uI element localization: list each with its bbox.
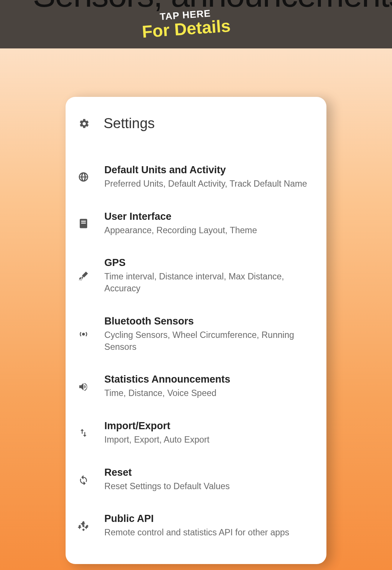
- import-export-icon: [77, 428, 90, 438]
- tap-here-overlay[interactable]: TAP HERE For Details: [141, 6, 231, 42]
- item-subtitle: Import, Export, Auto Export: [104, 434, 315, 446]
- sensor-icon: [77, 329, 90, 340]
- settings-item-public-api[interactable]: Public API Remote control and statistics…: [77, 503, 315, 549]
- gear-icon: [78, 118, 91, 129]
- item-subtitle: Reset Settings to Default Values: [104, 481, 315, 493]
- settings-header: Settings: [77, 115, 315, 132]
- item-title: GPS: [104, 257, 315, 269]
- item-title: Reset: [104, 467, 315, 478]
- settings-card: Settings Default Units and Activity Pref…: [66, 97, 326, 564]
- settings-item-default-units[interactable]: Default Units and Activity Preferred Uni…: [77, 154, 315, 200]
- svg-point-3: [82, 333, 85, 336]
- item-title: Public API: [104, 513, 315, 525]
- top-banner[interactable]: Sensors, announcements and more TAP HERE…: [0, 0, 392, 48]
- settings-item-announcements[interactable]: Statistics Announcements Time, Distance,…: [77, 363, 315, 410]
- item-subtitle: Appearance, Recording Layout, Theme: [104, 225, 315, 237]
- settings-item-gps[interactable]: GPS Time interval, Distance interval, Ma…: [77, 247, 315, 305]
- item-title: User Interface: [104, 211, 315, 222]
- settings-item-import-export[interactable]: Import/Export Import, Export, Auto Expor…: [77, 410, 315, 456]
- satellite-icon: [77, 270, 90, 282]
- item-subtitle: Remote control and statistics API for ot…: [104, 527, 315, 539]
- svg-rect-1: [81, 221, 86, 222]
- refresh-icon: [77, 474, 90, 485]
- layout-icon: [77, 218, 90, 229]
- item-title: Import/Export: [104, 420, 315, 432]
- volume-icon: [77, 381, 90, 392]
- item-subtitle: Time interval, Distance interval, Max Di…: [104, 271, 315, 294]
- item-title: Bluetooth Sensors: [104, 316, 315, 327]
- item-subtitle: Time, Distance, Voice Speed: [104, 387, 315, 399]
- item-title: Statistics Announcements: [104, 374, 315, 385]
- item-title: Default Units and Activity: [104, 164, 315, 176]
- svg-rect-2: [81, 223, 86, 224]
- globe-icon: [77, 171, 90, 183]
- settings-title: Settings: [104, 115, 155, 132]
- settings-item-reset[interactable]: Reset Reset Settings to Default Values: [77, 456, 315, 503]
- settings-item-bluetooth[interactable]: Bluetooth Sensors Cycling Sensors, Wheel…: [77, 305, 315, 363]
- settings-item-user-interface[interactable]: User Interface Appearance, Recording Lay…: [77, 200, 315, 247]
- item-subtitle: Preferred Units, Default Activity, Track…: [104, 178, 315, 190]
- item-subtitle: Cycling Sensors, Wheel Circumference, Ru…: [104, 329, 315, 353]
- api-icon: [77, 520, 90, 532]
- svg-rect-6: [82, 528, 85, 531]
